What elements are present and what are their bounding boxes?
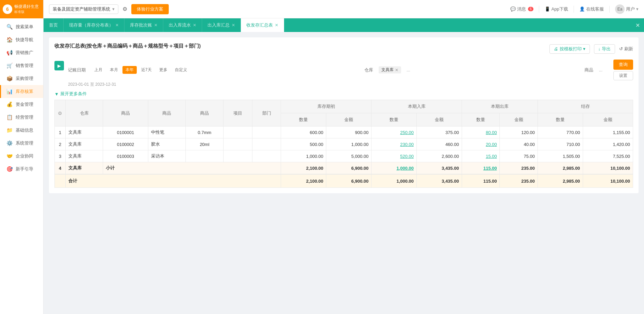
date-btn-last-month[interactable]: 上月	[91, 66, 105, 74]
expand-more-icon: ▼	[54, 92, 59, 97]
expand-more-btn[interactable]: ▼ 展开更多条件	[54, 91, 633, 97]
tab-inventory-dist-close[interactable]: ✕	[115, 23, 119, 28]
date-btn-this-year[interactable]: 本年	[122, 66, 137, 74]
cell-in-qty[interactable]: 250.00	[371, 127, 417, 138]
sub-out-qty[interactable]: 115.00	[462, 162, 500, 175]
sidebar-item-system[interactable]: ⚙️ 系统管理	[0, 137, 43, 150]
sidebar-item-operations[interactable]: 📋 经营管理	[0, 111, 43, 124]
page-container: 收发存汇总表(按仓库＋商品编码＋商品＋规格型号＋项目＋部门) 🖨 按模板打印 ▾…	[49, 37, 639, 193]
date-btn-more[interactable]: 更多	[156, 66, 170, 74]
warehouse-label: 仓库	[364, 67, 373, 73]
date-btn-7days[interactable]: 近7天	[138, 66, 155, 74]
sub-opening-amt: 6,900.00	[326, 162, 371, 175]
print-btn[interactable]: 🖨 按模板打印 ▾	[549, 44, 590, 54]
cell-out-qty[interactable]: 20.00	[462, 138, 500, 150]
cell-spec: 0.7mm	[185, 127, 223, 138]
tab-flow[interactable]: 出入库流水 ✕	[163, 18, 202, 32]
sales-icon: 🛒	[6, 63, 13, 69]
tab-summary[interactable]: 出入库汇总 ✕	[202, 18, 241, 32]
tab-inventory-dist[interactable]: 现存量（库存分布表） ✕	[64, 18, 125, 32]
sidebar-item-quick-nav[interactable]: 🏠 快捷导航	[0, 33, 43, 46]
sidebar-item-marketing[interactable]: 📢 营销推广	[0, 46, 43, 59]
th-balance-amt: 金额	[583, 113, 633, 127]
query-btn[interactable]: 查询	[613, 60, 633, 70]
tab-batch-account-close[interactable]: ✕	[154, 23, 158, 28]
cell-code: 0100002	[103, 138, 148, 150]
setting-btn[interactable]: 设置	[613, 71, 633, 80]
tabs-close-all[interactable]: ✕	[631, 22, 644, 29]
system-icon: ⚙️	[6, 140, 13, 146]
message-label: 消息	[517, 6, 526, 12]
refresh-icon: ↺	[619, 46, 623, 51]
goods-label: 商品	[584, 67, 593, 73]
cell-out-qty[interactable]: 80.00	[462, 127, 500, 138]
warehouse-more-btn[interactable]: ...	[407, 67, 410, 72]
export-btn[interactable]: ↓ 导出	[594, 44, 615, 54]
top-header: 装备及固定资产辅助管理系统 ▾ ⚙ 体验行业方案 💬 消息 6 📱 App下载 …	[44, 0, 644, 18]
cell-name: 胶水	[148, 138, 185, 150]
tab-receive-summary[interactable]: 收发存汇总表 ✕	[241, 18, 284, 32]
sidebar-item-finance[interactable]: 💰 资金管理	[0, 98, 43, 111]
date-btn-custom[interactable]: 自定义	[172, 66, 190, 74]
sidebar-item-sales[interactable]: 🛒 销售管理	[0, 59, 43, 72]
date-shortcuts: 上月 本月 本年 近7天 更多 自定义	[91, 66, 190, 74]
sidebar-logo: 6 畅捷通好生意 标准版	[0, 0, 43, 18]
cell-balance-qty: 770.00	[538, 127, 583, 138]
sidebar-item-purchase[interactable]: 📦 采购管理	[0, 72, 43, 85]
refresh-btn[interactable]: ↺ 刷新	[619, 46, 633, 52]
sidebar-item-basic-info[interactable]: 📁 基础信息	[0, 124, 43, 137]
service-label: 在线客服	[586, 6, 604, 12]
sidebar-item-guide[interactable]: 🎯 新手引导	[0, 163, 43, 176]
total-serial	[55, 174, 66, 188]
message-btn[interactable]: 💬 消息 6	[510, 6, 533, 12]
cell-opening-amt: 5,000.00	[326, 150, 371, 162]
th-group-out: 本期出库	[462, 100, 538, 113]
total-balance-amt: 10,100.00	[583, 174, 633, 188]
tab-summary-close[interactable]: ✕	[232, 23, 235, 28]
user-btn[interactable]: Ea 用户 ▾	[615, 4, 639, 14]
sidebar-item-label: 企业协同	[16, 153, 33, 159]
col-settings-icon[interactable]: ⚙	[58, 111, 62, 116]
cell-in-qty[interactable]: 520.00	[371, 150, 417, 162]
sidebar-item-enterprise[interactable]: 🤝 企业协同	[0, 150, 43, 163]
cell-in-amt: 2,600.00	[417, 150, 462, 162]
system-name: 装备及固定资产辅助管理系统	[53, 6, 110, 12]
subtotal-row: 4 文具库 小计 2,100.00 6,900.00 1,000.00 3,43…	[55, 162, 633, 175]
header-actions: 💬 消息 6 📱 App下载 👤 在线客服 Ea 用户 ▾	[510, 4, 639, 14]
cell-out-amt: 40.00	[500, 138, 538, 150]
settings-icon[interactable]: ⚙	[122, 6, 127, 12]
th-code: 商品	[103, 100, 148, 127]
cell-out-qty[interactable]: 15.00	[462, 150, 500, 162]
user-label: 用户	[626, 6, 635, 12]
cell-opening-qty: 1,000.00	[281, 150, 326, 162]
sidebar-item-search[interactable]: 🔍 搜索菜单	[0, 20, 43, 33]
print-icon: 🖨	[554, 46, 558, 51]
filter-toggle-btn[interactable]: ▶	[54, 61, 64, 70]
tab-receive-summary-close[interactable]: ✕	[275, 23, 278, 28]
total-row: 合计 2,100.00 6,900.00 1,000.00 3,435.00 1…	[55, 174, 633, 188]
tab-flow-close[interactable]: ✕	[193, 23, 196, 28]
service-btn[interactable]: 👤 在线客服	[579, 6, 604, 12]
divider3	[609, 6, 610, 13]
app-download-btn[interactable]: 📱 App下载	[545, 6, 568, 12]
th-balance-qty: 数量	[538, 113, 583, 127]
cell-project	[224, 150, 252, 162]
total-out-amt: 235.00	[500, 174, 538, 188]
sidebar-item-inventory[interactable]: 📊 库存核算	[0, 85, 43, 98]
tab-home[interactable]: 首页	[44, 18, 64, 32]
export-icon: ↓	[598, 46, 601, 51]
tab-summary-label: 出入库汇总	[208, 22, 230, 28]
tab-batch-account[interactable]: 库存批次账 ✕	[125, 18, 163, 32]
cell-dept	[252, 138, 281, 150]
try-btn[interactable]: 体验行业方案	[131, 4, 169, 14]
sub-in-qty[interactable]: 1,000.00	[371, 162, 417, 175]
cell-in-qty[interactable]: 230.00	[371, 138, 417, 150]
inventory-icon: 📊	[6, 88, 13, 95]
warehouse-tag-close[interactable]: ✕	[395, 68, 398, 72]
date-btn-this-month[interactable]: 本月	[107, 66, 121, 74]
user-chevron-icon: ▾	[636, 6, 639, 12]
system-selector[interactable]: 装备及固定资产辅助管理系统 ▾	[49, 4, 118, 14]
cell-serial: 3	[55, 150, 66, 162]
goods-more-btn[interactable]: ...	[599, 67, 602, 72]
sidebar-item-label: 营销推广	[16, 50, 33, 56]
